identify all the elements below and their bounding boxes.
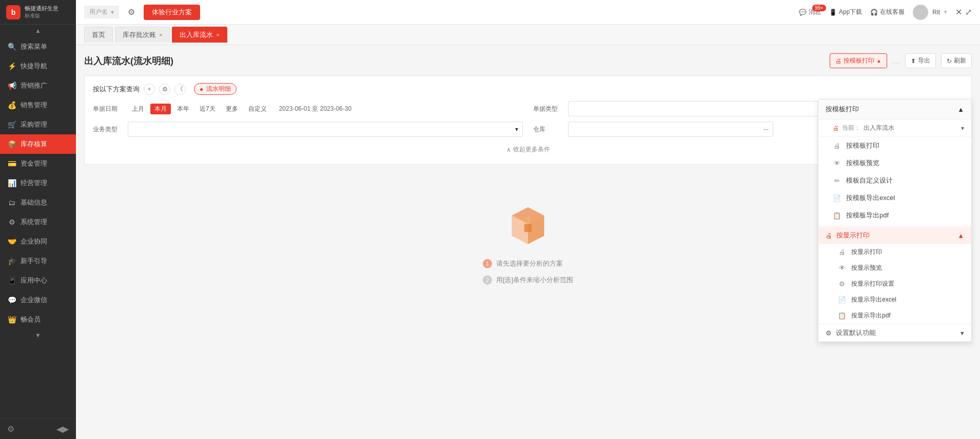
topbar-right: 💬 消息 99+ 📱 App下载 🎧 在线客服 Rit ▾ ✕ ⤢ xyxy=(799,5,972,20)
topbar-online-service[interactable]: 🎧 在线客服 xyxy=(870,8,905,16)
filter-label: 按以下方案查询 xyxy=(93,85,140,94)
sidebar-item-inventory[interactable]: 📦 库存核算 xyxy=(0,134,76,154)
window-controls: ✕ ⤢ xyxy=(955,7,972,17)
filter-collapse-btn[interactable]: 《 xyxy=(174,84,186,95)
filter-date-field: 单据日期 上月 本月 本年 近7天 更多 自定义 2023-06-01 至 20… xyxy=(93,104,523,114)
refresh-icon: ↻ xyxy=(947,57,952,65)
service-label: 在线客服 xyxy=(880,8,905,16)
topbar-user-area[interactable]: Rit ▾ xyxy=(913,5,947,20)
dropdown-current-label[interactable]: 🖨 当前： 出入库流水 ▾ xyxy=(818,119,971,137)
svg-rect-5 xyxy=(526,216,530,224)
warehouse-select[interactable]: ··· xyxy=(568,122,773,137)
maximize-window-icon[interactable]: ⤢ xyxy=(965,7,972,17)
topbar-user[interactable]: 用户名 ▾ xyxy=(84,6,119,18)
current-print-icon: 🖨 xyxy=(833,125,839,132)
date-this-year[interactable]: 本年 xyxy=(173,104,193,114)
tab-home[interactable]: 首页 xyxy=(84,27,113,43)
filter-add-btn[interactable]: ＋ xyxy=(144,84,155,95)
print-template-button[interactable]: 🖨 按模板打印 ▲ xyxy=(830,53,887,68)
refresh-button[interactable]: ↻ 刷新 xyxy=(941,53,972,68)
dropdown-display-section-header[interactable]: 🖨 按显示打印 ▲ xyxy=(818,227,971,244)
dropdown-item-template-custom[interactable]: ✏ 模板自定义设计 xyxy=(818,172,971,189)
refresh-label: 刷新 xyxy=(954,56,966,65)
tab-batch-close-icon[interactable]: × xyxy=(159,32,162,38)
tab-home-label: 首页 xyxy=(92,30,105,39)
main-area: 用户名 ▾ ⚙ 体验行业方案 💬 消息 99+ 📱 App下载 🎧 在线客服 xyxy=(76,0,980,439)
topbar-message[interactable]: 💬 消息 99+ xyxy=(799,8,821,16)
topbar-gear-icon[interactable]: ⚙ xyxy=(124,5,139,19)
app-download-label: App下载 xyxy=(839,8,862,16)
display-print-icon: 🖨 xyxy=(838,248,846,256)
actions-separator: ... xyxy=(892,55,900,66)
topbar-left: 用户名 ▾ ⚙ 体验行业方案 xyxy=(84,5,200,20)
dropdown-item-template-excel[interactable]: 📄 按模板导出excel xyxy=(818,189,971,207)
warehouse-ellipsis: ··· xyxy=(763,126,769,133)
sidebar-item-label: 库存核算 xyxy=(21,139,47,149)
guide-icon: 🎓 xyxy=(7,256,16,266)
trial-industry-button[interactable]: 体验行业方案 xyxy=(144,5,200,20)
date-this-month[interactable]: 本月 xyxy=(150,104,171,114)
date-last-month[interactable]: 上月 xyxy=(128,104,148,114)
display-pdf-icon: 📋 xyxy=(838,312,846,320)
collapse-chevron-up-icon: ∧ xyxy=(506,146,511,153)
dropdown-item-display-excel[interactable]: 📄 按显示导出excel xyxy=(818,292,971,308)
sales-icon: 💰 xyxy=(7,101,16,110)
business-type-select[interactable]: ▾ xyxy=(128,122,523,137)
dropdown-item-display-preview[interactable]: 👁 按显示预览 xyxy=(818,260,971,276)
close-window-icon[interactable]: ✕ xyxy=(955,7,962,17)
empty-tips: 1 请先选择要分析的方案 2 用[选]条件来缩小分析范围 xyxy=(483,257,573,287)
sidebar-collapse-icon[interactable]: ◀▶ xyxy=(56,424,69,434)
sidebar-item-finance[interactable]: 💳 资金管理 xyxy=(0,154,76,173)
dropdown-item-template-preview[interactable]: 👁 按模板预览 xyxy=(818,154,971,172)
display-settings-icon: ⚙ xyxy=(838,280,846,288)
empty-illustration xyxy=(505,203,551,249)
search-icon: 🔍 xyxy=(7,42,16,51)
export-label: 导出 xyxy=(918,56,930,65)
dropdown-title: 按模板打印 xyxy=(826,105,859,114)
export-button[interactable]: ⬆ 导出 xyxy=(905,53,936,68)
display-preview-label: 按显示预览 xyxy=(851,264,882,272)
sidebar-item-label: 新手引导 xyxy=(21,256,47,266)
sidebar-item-label: 基础信息 xyxy=(21,198,47,207)
tab-flow-close-icon[interactable]: × xyxy=(216,32,219,38)
filter-settings-btn[interactable]: ⚙ xyxy=(159,84,170,95)
date-custom[interactable]: 自定义 xyxy=(244,104,271,114)
dropdown-item-template-print[interactable]: 🖨 按模板打印 xyxy=(818,137,971,154)
dropdown-item-template-pdf[interactable]: 📋 按模板导出pdf xyxy=(818,207,971,224)
page-title: 出入库流水(流水明细) xyxy=(84,55,173,67)
date-more[interactable]: 更多 xyxy=(222,104,242,114)
sidebar: b 畅捷通好生意 标准版 ▲ 🔍 搜索菜单 ⚡ 快捷导航 📢 营销推广 💰 销售… xyxy=(0,0,76,439)
sidebar-item-system[interactable]: ⚙ 系统管理 xyxy=(0,212,76,232)
default-settings-icon: ⚙ xyxy=(826,329,832,337)
sidebar-item-appcenter[interactable]: 📱 应用中心 xyxy=(0,271,76,290)
sidebar-item-corpwx[interactable]: 💬 企业微信 xyxy=(0,290,76,310)
sidebar-scroll-up[interactable]: ▲ xyxy=(0,25,76,37)
display-excel-icon: 📄 xyxy=(838,296,846,304)
sidebar-item-purchase[interactable]: 🛒 采购管理 xyxy=(0,115,76,134)
tab-flow[interactable]: 出入库流水 × xyxy=(172,27,227,43)
sidebar-item-search[interactable]: 🔍 搜索菜单 xyxy=(0,37,76,56)
saved-filter-tag[interactable]: ● 流水明细 xyxy=(194,83,237,95)
sidebar-item-member[interactable]: 👑 畅会员 xyxy=(0,310,76,329)
dropdown-item-display-settings[interactable]: ⚙ 按显示打印设置 xyxy=(818,276,971,292)
sidebar-item-operation[interactable]: 📊 经营管理 xyxy=(0,173,76,193)
dropdown-item-display-print[interactable]: 🖨 按显示打印 xyxy=(818,244,971,260)
enterprise-icon: 🤝 xyxy=(7,237,16,246)
display-section-icon: 🖨 xyxy=(826,232,832,240)
tab-batch[interactable]: 库存批次账 × xyxy=(115,27,170,43)
sidebar-settings-icon[interactable]: ⚙ xyxy=(7,424,14,434)
template-print-icon: 🖨 xyxy=(833,142,841,150)
sidebar-item-quicknav[interactable]: ⚡ 快捷导航 xyxy=(0,56,76,76)
sidebar-scroll-down[interactable]: ▼ xyxy=(0,329,76,342)
sidebar-item-guide[interactable]: 🎓 新手引导 xyxy=(0,251,76,271)
sidebar-item-label: 营销推广 xyxy=(21,81,47,90)
sidebar-item-basic[interactable]: 🗂 基础信息 xyxy=(0,193,76,212)
sidebar-item-enterprise[interactable]: 🤝 企业协同 xyxy=(0,232,76,251)
sidebar-item-marketing[interactable]: 📢 营销推广 xyxy=(0,76,76,95)
topbar-app-download[interactable]: 📱 App下载 xyxy=(829,8,862,16)
dropdown-default-section[interactable]: ⚙ 设置默认功能 ▾ xyxy=(818,324,971,342)
filter-tag-icon: ● xyxy=(200,86,203,93)
date-7days[interactable]: 近7天 xyxy=(195,104,220,114)
dropdown-item-display-pdf[interactable]: 📋 按显示导出pdf xyxy=(818,308,971,324)
sidebar-item-sales[interactable]: 💰 销售管理 xyxy=(0,95,76,115)
